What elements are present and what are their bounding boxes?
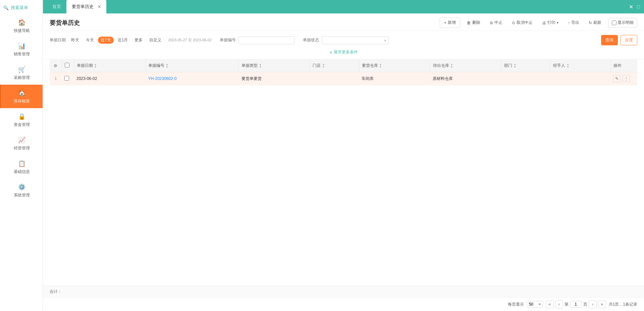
- row-actions: ✎ ⋮: [613, 75, 635, 82]
- show-detail-button[interactable]: 显示明细: [608, 18, 637, 28]
- sidebar-item-label: 资金管理: [14, 122, 30, 128]
- sidebar-item-finance[interactable]: 🔒 资金管理: [0, 108, 43, 132]
- date-option-1month[interactable]: 近1月: [115, 37, 131, 44]
- page-content: 要货单历史 + 新增 🗑 删除 ⊘ 中止 ⊙ 取消中止: [43, 13, 644, 311]
- stop-label: 中止: [494, 20, 502, 26]
- select-all-checkbox[interactable]: [65, 63, 69, 68]
- doc-status-filter-group: 单据状态 ▾: [303, 36, 389, 44]
- sidebar-item-system[interactable]: ⚙️ 系统管理: [0, 179, 43, 202]
- next-page-button[interactable]: ›: [589, 300, 597, 308]
- sidebar-item-sales[interactable]: 📊 销售管理: [0, 38, 43, 61]
- sidebar-item-label: 经营管理: [14, 145, 30, 151]
- sidebar-item-label: 系统管理: [14, 192, 30, 198]
- date-option-today[interactable]: 今天: [83, 37, 97, 44]
- sort-arrows-handler: ▲▼: [567, 63, 569, 69]
- page-size-select[interactable]: 10 20 50 100: [527, 301, 543, 308]
- sort-arrows-type: ▲▼: [259, 63, 262, 69]
- last-page-button[interactable]: »: [598, 300, 606, 308]
- date-option-yesterday[interactable]: 昨天: [68, 37, 82, 44]
- new-label: 新增: [448, 20, 456, 26]
- refresh-button[interactable]: ↻ 刷新: [586, 18, 604, 28]
- sidebar-search[interactable]: 🔍 搜索菜单: [0, 0, 43, 14]
- doc-number-filter-group: 单据编号: [220, 36, 295, 44]
- sort-handler[interactable]: 经手人 ▲▼: [553, 63, 607, 69]
- sidebar-item-quick-nav[interactable]: 🏠 快捷导航: [0, 14, 43, 38]
- stop-icon: ⊘: [490, 20, 493, 25]
- sort-department[interactable]: 部门 ▲▼: [504, 63, 547, 69]
- doc-number-label: 单据编号: [220, 37, 236, 43]
- sort-number[interactable]: 单据编号 ▲▼: [148, 63, 236, 69]
- settings-button[interactable]: 设置: [621, 35, 637, 45]
- date-option-7days[interactable]: 近7天: [98, 37, 114, 44]
- date-option-custom[interactable]: 自定义: [147, 37, 164, 44]
- sort-date[interactable]: 单据日期 ▲▼: [77, 63, 143, 69]
- td-date: 2023-06-02: [74, 72, 146, 85]
- row-edit-icon[interactable]: ✎: [613, 75, 621, 82]
- th-department-label: 部门: [504, 63, 512, 69]
- sort-pending-warehouse[interactable]: 待出仓库 ▲▼: [433, 63, 498, 69]
- inventory-icon: 🏠: [18, 89, 25, 97]
- td-store: [310, 72, 359, 85]
- sidebar-item-label: 基础信息: [14, 169, 30, 175]
- th-action: 操作: [610, 59, 637, 72]
- delete-button[interactable]: 🗑 删除: [464, 18, 483, 28]
- row-more-icon[interactable]: ⋮: [623, 75, 630, 82]
- query-button[interactable]: 查询: [601, 35, 618, 45]
- sidebar-item-operation[interactable]: 📈 经营管理: [0, 132, 43, 155]
- th-pending-warehouse-label: 待出仓库: [433, 63, 449, 69]
- td-pending-warehouse: 原材料仓库: [430, 72, 501, 85]
- data-table: ⚙ 单据日期 ▲▼ 单据编号: [50, 59, 637, 85]
- doc-number-input[interactable]: [238, 36, 295, 44]
- sort-store[interactable]: 门店 ▲▼: [313, 63, 356, 69]
- quick-nav-icon: 🏠: [18, 19, 25, 26]
- new-button[interactable]: + 新增: [440, 17, 460, 28]
- print-button[interactable]: 🖨 打印 ▾: [539, 18, 561, 28]
- expand-down-icon: ∨: [329, 50, 332, 55]
- basic-icon: 📋: [18, 160, 25, 167]
- date-option-more[interactable]: 更多: [132, 37, 145, 44]
- show-detail-checkbox[interactable]: [612, 20, 616, 25]
- page-header: 要货单历史 + 新增 🗑 删除 ⊘ 中止 ⊙ 取消中止: [43, 13, 644, 31]
- th-action-label: 操作: [613, 63, 622, 68]
- table-header-row: ⚙ 单据日期 ▲▼ 单据编号: [50, 59, 637, 72]
- export-button[interactable]: ↑ 导出: [565, 18, 582, 28]
- main-area: 首页 要货单历史 ✕ ✕ □ 要货单历史 + 新增 🗑 删除: [43, 0, 644, 311]
- cancel-stop-icon: ⊙: [512, 20, 515, 25]
- filter-action-buttons: 查询 设置: [601, 35, 637, 45]
- cancel-stop-label: 取消中止: [517, 20, 533, 26]
- doc-status-input[interactable]: [322, 36, 389, 44]
- th-req-warehouse: 要货仓库 ▲▼: [359, 59, 430, 72]
- th-date: 单据日期 ▲▼: [74, 59, 146, 72]
- header-buttons: + 新增 🗑 删除 ⊘ 中止 ⊙ 取消中止 🖨 打印: [440, 17, 637, 28]
- tab-close-icon[interactable]: ✕: [98, 4, 101, 9]
- column-settings-icon[interactable]: ⚙: [52, 63, 59, 68]
- maximize-window-icon[interactable]: □: [637, 4, 640, 9]
- td-index: 1: [50, 72, 62, 85]
- total-info: 共1页，1条记录: [609, 302, 637, 307]
- stop-button[interactable]: ⊘ 中止: [487, 18, 505, 28]
- table-container: ⚙ 单据日期 ▲▼ 单据编号: [43, 59, 644, 286]
- doc-number-link[interactable]: YH-20230602-0: [148, 76, 177, 81]
- date-filter-label: 单据日期: [50, 37, 66, 43]
- sidebar-item-purchase[interactable]: 🛒 采购管理: [0, 61, 43, 85]
- prev-page-button[interactable]: ‹: [555, 300, 563, 308]
- footer-summary: 合计：: [43, 286, 644, 297]
- cancel-stop-button[interactable]: ⊙ 取消中止: [509, 18, 535, 28]
- date-filter-group: 单据日期 昨天 今天 近7天 近1月 更多 自定义 2023-05-27 至 2…: [50, 37, 212, 44]
- first-page-button[interactable]: «: [546, 300, 554, 308]
- tab-home[interactable]: 首页: [47, 0, 66, 13]
- operation-icon: 📈: [18, 136, 25, 144]
- date-options: 昨天 今天 近7天 近1月 更多 自定义: [68, 37, 164, 44]
- th-type-label: 单据类型: [241, 63, 258, 69]
- tab-requisition-history[interactable]: 要货单历史 ✕: [66, 0, 106, 13]
- export-icon: ↑: [568, 20, 570, 25]
- sidebar-item-basic[interactable]: 📋 基础信息: [0, 155, 43, 179]
- expand-more-button[interactable]: ∨ 展开更多条件: [50, 48, 637, 56]
- doc-status-label: 单据状态: [303, 37, 319, 43]
- close-window-icon[interactable]: ✕: [629, 4, 633, 10]
- row-checkbox[interactable]: [64, 76, 69, 81]
- sort-req-warehouse[interactable]: 要货仓库 ▲▼: [362, 63, 427, 69]
- sidebar-item-inventory[interactable]: 🏠 库存核算: [0, 85, 43, 108]
- sort-type[interactable]: 单据类型 ▲▼: [241, 63, 307, 69]
- page-number-input[interactable]: [570, 301, 582, 308]
